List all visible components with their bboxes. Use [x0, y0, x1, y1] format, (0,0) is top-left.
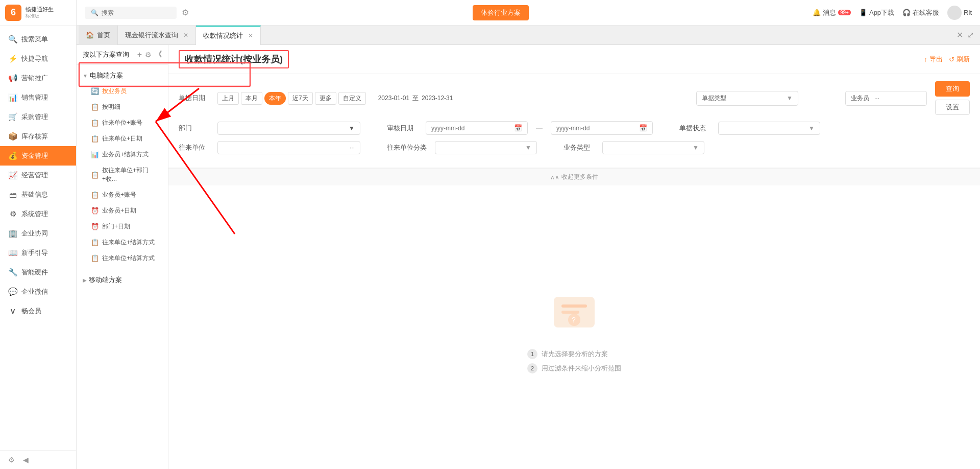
app-download-btn[interactable]: 📱 App下载 [859, 8, 894, 17]
collapse-label: 收起更多条件 [561, 173, 598, 181]
sidebar-nav: 🔍 搜索菜单 ⚡ 快捷导航 📢 营销推广 📊 销售管理 🛒 采购管理 📦 [0, 26, 76, 450]
partner-account-icon: 📋 [91, 119, 99, 127]
tip-num-2: 2 [527, 363, 537, 373]
content-wrapper: 按以下方案查询 + ⚙ 《 ▼ 电脑端方案 🔄 按业务员 [77, 45, 980, 469]
partner-category-select[interactable]: ▼ [435, 141, 537, 154]
more-btn[interactable]: 更多 [315, 92, 336, 105]
sidebar-item-stock[interactable]: 📦 库存核算 [0, 127, 76, 146]
topbar-search-input[interactable] [102, 9, 163, 16]
sidebar-item-corp[interactable]: 🏢 企业协同 [0, 224, 76, 243]
scheme-section-mobile: ▶ 移动端方案 [77, 269, 168, 291]
tab-bank-close[interactable]: ✕ [183, 32, 188, 39]
date-to: 2023-12-31 [422, 95, 453, 102]
notification-btn[interactable]: 🔔 消息 99+ [813, 8, 851, 17]
user-info[interactable]: Rit [947, 6, 972, 20]
mobile-section-arrow-icon: ▶ [83, 277, 87, 283]
scheme-settings-btn[interactable]: ⚙ [145, 51, 152, 59]
scheme-collapse-btn[interactable]: 《 [155, 50, 162, 59]
tab-bank[interactable]: 现金银行流水查询 ✕ [118, 26, 196, 45]
review-date-to-input[interactable] [556, 125, 635, 132]
partner-label: 往来单位 [179, 143, 209, 152]
sidebar-collapse-btn[interactable]: ◀ [23, 456, 29, 464]
tab-receipt[interactable]: 收款情况统计 ✕ [196, 26, 261, 45]
sidebar-item-system[interactable]: ⚙ 系统管理 [0, 204, 76, 224]
dept-select[interactable]: ▼ [217, 122, 360, 135]
review-date-from[interactable]: 📅 [426, 121, 528, 135]
dept-date-icon: ⏰ [91, 223, 99, 231]
topbar-gear-icon[interactable]: ⚙ [182, 8, 189, 17]
sidebar-label-system: 系统管理 [21, 209, 48, 219]
date-range: 2023-01-01 至 2023-12-31 [378, 94, 453, 103]
sidebar-item-purchase[interactable]: 🛒 采购管理 [0, 107, 76, 127]
dept-label: 部门 [179, 124, 209, 133]
sidebar-item-basic[interactable]: 🗃 基础信息 [0, 185, 76, 204]
last-7-days-btn[interactable]: 近7天 [288, 92, 313, 105]
scheme-item-partner-settle1-label: 往来单位+结算方式 [102, 238, 155, 247]
sidebar-item-wechat[interactable]: 💬 企业微信 [0, 282, 76, 301]
scheme-item-salesperson-date[interactable]: ⏰ 业务员+日期 [77, 203, 168, 219]
doc-status-select[interactable]: ▼ [718, 122, 820, 135]
sidebar-item-sales[interactable]: 📊 销售管理 [0, 88, 76, 107]
marketing-icon: 📢 [8, 74, 17, 83]
scheme-add-btn[interactable]: + [137, 50, 142, 59]
topbar-search-box[interactable]: 🔍 [85, 7, 177, 19]
scheme-section-desktop-title[interactable]: ▼ 电脑端方案 [77, 68, 168, 83]
tab-home[interactable]: 🏠 首页 [79, 26, 118, 45]
right-content: 收款情况统计(按业务员) ↑ 导出 ↺ 刷新 [168, 45, 980, 469]
partner-settle2-icon: 📋 [91, 254, 99, 263]
svg-rect-2 [561, 311, 579, 314]
doc-status-label: 单据状态 [679, 124, 710, 133]
scheme-item-partner-settle1[interactable]: 📋 往来单位+结算方式 [77, 235, 168, 250]
review-date-from-input[interactable] [431, 125, 510, 132]
page-title: 收款情况统计(按业务员) [185, 54, 283, 64]
scheme-item-by-salesperson[interactable]: 🔄 按业务员 [77, 83, 168, 99]
online-service-btn[interactable]: 🎧 在线客服 [902, 8, 939, 17]
sidebar-item-quicknav[interactable]: ⚡ 快捷导航 [0, 49, 76, 68]
sidebar-item-finance[interactable]: 💰 资金管理 [0, 146, 76, 166]
scheme-item-salesperson-settle[interactable]: 📊 业务员+结算方式 [77, 147, 168, 162]
query-button[interactable]: 查询 [935, 81, 970, 97]
scheme-item-partner-dept[interactable]: 📋 按往来单位+部门+收... [77, 162, 168, 187]
salesperson-select[interactable]: 业务员 ··· [845, 91, 927, 106]
tab-close-all-btn[interactable]: ✕ [957, 30, 963, 40]
tab-receipt-label: 收款情况统计 [203, 31, 243, 40]
tab-home-label: 首页 [97, 31, 110, 40]
scheme-item-partner-settle2[interactable]: 📋 往来单位+结算方式 [77, 250, 168, 266]
scheme-item-by-detail[interactable]: 📋 按明细 [77, 99, 168, 115]
logo: 6 畅捷通好生 标准版 [0, 0, 76, 26]
topbar: 🔍 ⚙ 体验行业方案 🔔 消息 99+ 📱 App下载 🎧 在线客 [77, 0, 980, 26]
salesperson-more-icon: ··· [874, 95, 879, 102]
sidebar-item-marketing[interactable]: 📢 营销推广 [0, 68, 76, 88]
wechat-icon: 💬 [8, 287, 17, 296]
doc-type-select[interactable]: 单据类型 ▼ [696, 91, 798, 106]
sidebar-item-member[interactable]: V 畅会员 [0, 301, 76, 321]
partner-select[interactable]: ··· [217, 141, 360, 154]
review-date-to[interactable]: 📅 [551, 121, 653, 135]
biz-type-select[interactable]: ▼ [602, 141, 704, 154]
sidebar-item-guide[interactable]: 📖 新手引导 [0, 243, 76, 263]
scheme-item-salesperson-account[interactable]: 📋 业务员+账号 [77, 187, 168, 203]
set-button[interactable]: 设置 [935, 100, 970, 115]
tab-receipt-close[interactable]: ✕ [248, 32, 253, 39]
sidebar-item-hardware[interactable]: 🔧 智能硬件 [0, 263, 76, 282]
scheme-item-partner-date[interactable]: 📋 往来单位+日期 [77, 131, 168, 147]
search-icon: 🔍 [8, 35, 17, 44]
scheme-item-dept-date[interactable]: ⏰ 部门+日期 [77, 219, 168, 235]
sidebar-item-operation[interactable]: 📈 经营管理 [0, 166, 76, 185]
custom-btn[interactable]: 自定义 [338, 92, 366, 105]
export-btn[interactable]: ↑ 导出 [924, 55, 943, 64]
refresh-btn[interactable]: ↺ 刷新 [949, 55, 970, 64]
scheme-item-partner-account[interactable]: 📋 往来单位+账号 [77, 115, 168, 131]
section-arrow-icon: ▼ [83, 73, 88, 79]
sidebar-settings-btn[interactable]: ⚙ [8, 456, 15, 464]
this-month-btn[interactable]: 本月 [241, 92, 262, 105]
scheme-section-mobile-title[interactable]: ▶ 移动端方案 [77, 272, 168, 288]
sidebar-item-search[interactable]: 🔍 搜索菜单 [0, 30, 76, 49]
salesperson-account-icon: 📋 [91, 191, 99, 199]
this-year-btn[interactable]: 本年 [264, 92, 286, 105]
last-month-btn[interactable]: 上月 [217, 92, 239, 105]
trial-button[interactable]: 体验行业方案 [473, 5, 529, 20]
biz-type-arrow: ▼ [693, 144, 699, 151]
tab-expand-btn[interactable]: ⤢ [967, 30, 974, 40]
collapse-bar[interactable]: ∧∧ 收起更多条件 [168, 168, 980, 185]
